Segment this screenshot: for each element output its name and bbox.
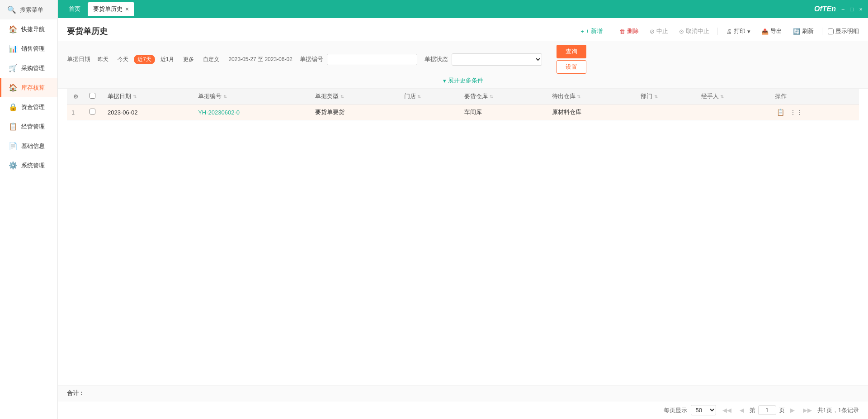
date-range-display: 2023-05-27 至 2023-06-02 — [228, 56, 292, 63]
doc-icon: 📄 — [9, 142, 18, 150]
more-btn[interactable]: 更多 — [179, 55, 198, 64]
stop-button[interactable]: ⊘ 中止 — [647, 25, 671, 37]
sort-icon-dept[interactable]: ⇅ — [654, 94, 658, 99]
sort-icon-date[interactable]: ⇅ — [133, 94, 137, 99]
window-controls: OfTEn − □ × — [814, 5, 863, 13]
th-store: 门店 ⇅ — [400, 89, 460, 105]
sidebar-item-label: 销售管理 — [21, 45, 45, 53]
sidebar-item-label: 基础信息 — [21, 142, 45, 150]
prev-page-btn[interactable]: ◀ — [737, 406, 747, 414]
td-handler — [697, 105, 770, 120]
inventory-icon: 🏠 — [9, 83, 18, 92]
page-info: 共1页，1条记录 — [817, 406, 859, 414]
sidebar-item-sales[interactable]: 📊 销售管理 — [0, 39, 57, 58]
sidebar-search[interactable]: 🔍 搜索菜单 — [0, 0, 57, 19]
sort-icon-handler[interactable]: ⇅ — [720, 94, 724, 99]
sidebar-item-quick-nav[interactable]: 🏠 快捷导航 — [0, 19, 57, 39]
td-dept — [636, 105, 696, 120]
table-header-row: ⚙ 单据日期 ⇅ 单据编号 ⇅ 单据类型 — [67, 89, 859, 105]
sidebar: 🔍 搜索菜单 🏠 快捷导航 📊 销售管理 🛒 采购管理 🏠 库存核算 🔒 资金管… — [0, 0, 58, 419]
last-page-btn[interactable]: ▶▶ — [800, 406, 815, 414]
sidebar-item-label: 资金管理 — [21, 103, 45, 111]
td-actions: 📋 ⋮⋮ — [770, 105, 859, 120]
lock-icon: 🔒 — [9, 103, 18, 111]
td-checkbox[interactable] — [85, 105, 103, 120]
recent1m-btn[interactable]: 近1月 — [157, 55, 178, 64]
date-filter-group: 单据日期 昨天 今天 近7天 近1月 更多 自定义 2023-05-27 至 2… — [67, 55, 292, 64]
today-btn[interactable]: 今天 — [114, 55, 132, 64]
refresh-icon: 🔄 — [793, 28, 800, 35]
order-no-link[interactable]: YH-20230602-0 — [198, 109, 240, 116]
refresh-button[interactable]: 🔄 刷新 — [790, 25, 816, 37]
th-checkbox — [85, 89, 103, 105]
date-buttons: 昨天 今天 近7天 近1月 更多 自定义 — [94, 55, 223, 64]
th-handler-label: 经手人 — [701, 93, 719, 100]
sidebar-item-operations[interactable]: 📋 经营管理 — [0, 117, 57, 136]
page-label-after: 页 — [779, 406, 785, 414]
order-no-input[interactable] — [327, 54, 417, 65]
filter-row-1: 单据日期 昨天 今天 近7天 近1月 更多 自定义 2023-05-27 至 2… — [67, 45, 859, 74]
sort-icon-type[interactable]: ⇅ — [340, 94, 344, 99]
page-title: 要货单历史 — [67, 26, 108, 37]
print-button[interactable]: 🖨 打印 ▾ — [723, 25, 753, 37]
sidebar-item-finance[interactable]: 🔒 资金管理 — [0, 97, 57, 117]
display-detail-checkbox[interactable]: 显示明细 — [828, 27, 859, 35]
sort-icon-order-no[interactable]: ⇅ — [223, 94, 227, 99]
row-checkbox[interactable] — [90, 109, 95, 114]
sidebar-search-label: 搜索菜单 — [20, 6, 43, 14]
th-pending-warehouse-label: 待出仓库 — [552, 93, 576, 100]
new-button[interactable]: + + 新增 — [578, 25, 605, 37]
tab-active[interactable]: 要货单历史 × — [88, 2, 134, 16]
close-tab-icon[interactable]: × — [125, 5, 129, 13]
tab-home[interactable]: 首页 — [63, 2, 86, 16]
th-store-label: 门店 — [404, 93, 416, 100]
sidebar-item-system[interactable]: ⚙️ 系统管理 — [0, 156, 57, 175]
cancel-stop-icon: ⊙ — [679, 28, 684, 35]
yesterday-btn[interactable]: 昨天 — [94, 55, 112, 64]
page-size-select[interactable]: 50 10 20 100 — [691, 405, 716, 415]
query-button[interactable]: 查询 — [557, 45, 586, 58]
sort-icon-req-warehouse[interactable]: ⇅ — [490, 94, 493, 99]
topbar: 首页 要货单历史 × OfTEn − □ × — [58, 0, 868, 18]
custom-btn[interactable]: 自定义 — [199, 55, 223, 64]
export-button[interactable]: 📤 导出 — [759, 25, 785, 37]
th-order-no: 单据编号 ⇅ — [193, 89, 311, 105]
date-label: 单据日期 — [67, 55, 90, 63]
print-icon: 🖨 — [726, 28, 732, 35]
page-input[interactable] — [758, 405, 776, 415]
maximize-btn[interactable]: □ — [850, 6, 854, 13]
active-tab-label: 要货单历史 — [93, 5, 123, 13]
status-select[interactable] — [452, 53, 542, 66]
th-settings[interactable]: ⚙ — [67, 89, 85, 105]
delete-label: 删除 — [627, 27, 639, 35]
sidebar-item-base[interactable]: 📄 基础信息 — [0, 136, 57, 156]
td-order-no: YH-20230602-0 — [193, 105, 311, 120]
sidebar-item-inventory[interactable]: 🏠 库存核算 — [0, 78, 57, 97]
edit-action-icon[interactable]: 📋 — [775, 108, 786, 117]
td-type: 要货单要货 — [311, 105, 400, 120]
expand-more-btn[interactable]: ▾ 展开更多条件 — [67, 76, 859, 85]
print-label: 打印 — [734, 27, 745, 35]
th-dept: 部门 ⇅ — [636, 89, 696, 105]
sidebar-item-purchase[interactable]: 🛒 采购管理 — [0, 58, 57, 78]
status-label: 单据状态 — [425, 55, 448, 63]
home-tab-label: 首页 — [69, 5, 80, 12]
pagination: 每页显示 50 10 20 100 ◀◀ ◀ 第 页 ▶ ▶▶ 共1页，1条记录 — [58, 401, 868, 419]
close-window-btn[interactable]: × — [859, 6, 863, 13]
minimize-btn[interactable]: − — [841, 6, 845, 13]
sort-icon-pending-warehouse[interactable]: ⇅ — [577, 94, 580, 99]
more-action-icon[interactable]: ⋮⋮ — [788, 108, 804, 117]
sort-icon-store[interactable]: ⇅ — [417, 94, 421, 99]
select-all-checkbox[interactable] — [90, 93, 95, 99]
first-page-btn[interactable]: ◀◀ — [720, 406, 734, 414]
display-detail-check[interactable] — [828, 29, 834, 34]
td-store — [400, 105, 460, 120]
next-page-btn[interactable]: ▶ — [788, 406, 797, 414]
stop-icon: ⊘ — [650, 28, 655, 35]
delete-button[interactable]: 🗑 删除 — [617, 25, 642, 37]
cancel-stop-button[interactable]: ⊙ 取消中止 — [676, 25, 712, 37]
th-dept-label: 部门 — [641, 93, 652, 100]
recent7-btn[interactable]: 近7天 — [134, 55, 155, 64]
page-size-label: 每页显示 — [664, 406, 687, 414]
settings-button[interactable]: 设置 — [557, 60, 586, 74]
